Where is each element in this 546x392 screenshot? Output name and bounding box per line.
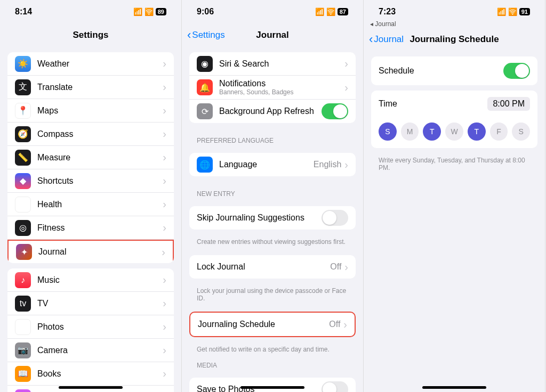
row-measure[interactable]: 📏Measure› xyxy=(7,146,174,169)
chevron-right-icon: › xyxy=(163,274,166,286)
section-new-entry: NEW ENTRY xyxy=(182,182,363,201)
row-journaling-schedule[interactable]: Journaling Schedule Off › xyxy=(190,313,355,336)
row-music[interactable]: ♪Music› xyxy=(7,268,174,292)
row-label: Time xyxy=(379,99,397,109)
cellular-icon: 📶 xyxy=(315,7,324,16)
chevron-right-icon: › xyxy=(163,368,166,380)
row-label: Weather xyxy=(37,59,163,69)
screen-journal-settings: 9:06 📶 🛜 87 ‹ Settings Journal ◉ Siri & … xyxy=(182,0,364,392)
row-journal[interactable]: ✦Journal› xyxy=(7,240,174,263)
row-siri[interactable]: ◉ Siri & Search › xyxy=(189,52,356,76)
footer-schedule-summary: Write every Sunday, Tuesday, and Thursda… xyxy=(364,153,545,172)
row-tv[interactable]: tvTV› xyxy=(7,292,174,315)
back-button[interactable]: ‹ Journal xyxy=(369,34,404,45)
row-schedule-toggle[interactable]: Schedule xyxy=(371,56,537,85)
wifi-icon: 🛜 xyxy=(144,7,154,16)
screen-settings: 8:14 📶 🛜 89 Settings ☀️Weather›文Translat… xyxy=(0,0,182,392)
journal-settings-list[interactable]: ◉ Siri & Search › 🔔 Notifications Banner… xyxy=(182,47,363,392)
row-label: Shortcuts xyxy=(37,176,163,186)
chevron-right-icon: › xyxy=(163,128,166,140)
row-maps[interactable]: 📍Maps› xyxy=(7,99,174,123)
cellular-icon: 📶 xyxy=(497,7,506,16)
row-weather[interactable]: ☀️Weather› xyxy=(7,52,174,76)
row-label: Lock Journal xyxy=(197,262,330,272)
row-lock-journal[interactable]: Lock Journal Off › xyxy=(189,255,356,279)
row-label: Photos xyxy=(37,322,163,332)
nav-bar: ‹ Settings Journal xyxy=(182,23,363,47)
home-indicator[interactable] xyxy=(422,386,486,389)
home-indicator[interactable] xyxy=(59,386,123,389)
chevron-right-icon: › xyxy=(163,321,166,333)
row-translate[interactable]: 文Translate› xyxy=(7,76,174,99)
footer-schedule: Get notified to write on a specific day … xyxy=(182,342,363,353)
row-notifications[interactable]: 🔔 Notifications Banners, Sounds, Badges … xyxy=(189,76,356,100)
chevron-right-icon: › xyxy=(344,58,348,70)
health-icon: ♥ xyxy=(15,197,31,213)
status-bar: 9:06 📶 🛜 87 xyxy=(182,0,363,23)
row-language[interactable]: 🌐 Language English › xyxy=(189,153,356,176)
row-label: Fitness xyxy=(37,223,163,233)
row-sublabel: Banners, Sounds, Badges xyxy=(219,88,344,96)
journal-icon: ✦ xyxy=(16,244,32,260)
back-button[interactable]: ‹ Settings xyxy=(187,29,225,41)
nav-bar: ‹ Journal Journaling Schedule xyxy=(364,28,545,51)
row-label: Skip Journaling Suggestions xyxy=(197,213,322,223)
breadcrumb[interactable]: ◂ Journal xyxy=(364,20,545,28)
row-label: Camera xyxy=(37,346,163,355)
toggle-background-refresh[interactable] xyxy=(322,103,348,119)
footer-lock: Lock your journal using the device passc… xyxy=(182,284,363,302)
status-indicators: 📶 🛜 91 xyxy=(497,7,530,16)
music-icon: ♪ xyxy=(15,272,31,288)
chevron-right-icon: › xyxy=(344,81,348,94)
row-save-to-photos[interactable]: Save to Photos xyxy=(189,378,356,392)
footer-skip: Create new entries without viewing sugge… xyxy=(182,235,363,246)
day-4[interactable]: T xyxy=(468,123,486,141)
row-health[interactable]: ♥Health› xyxy=(7,193,174,216)
day-3[interactable]: W xyxy=(445,123,463,141)
schedule-content[interactable]: Schedule Time 8:00 PM SMTWTFS Write ever… xyxy=(364,51,545,392)
chevron-right-icon: › xyxy=(343,318,347,331)
screen-journaling-schedule: 7:23 📶 🛜 91 ◂ Journal ‹ Journal Journali… xyxy=(364,0,545,392)
row-shortcuts[interactable]: ◆Shortcuts› xyxy=(7,169,174,193)
row-label: Background App Refresh xyxy=(219,107,322,116)
row-skip-suggestions[interactable]: Skip Journaling Suggestions xyxy=(189,206,356,230)
toggle-schedule[interactable] xyxy=(503,63,530,79)
compass-icon: 🧭 xyxy=(15,126,31,142)
day-6[interactable]: S xyxy=(512,123,530,141)
measure-icon: 📏 xyxy=(15,150,31,166)
row-photos[interactable]: ❋Photos› xyxy=(7,315,174,339)
siri-icon: ◉ xyxy=(197,56,213,72)
chevron-right-icon: › xyxy=(162,246,165,258)
toggle-skip-suggestions[interactable] xyxy=(322,210,348,226)
shortcuts-icon: ◆ xyxy=(15,173,31,189)
row-time[interactable]: Time 8:00 PM xyxy=(371,91,537,117)
row-compass[interactable]: 🧭Compass› xyxy=(7,123,174,146)
status-indicators: 📶 🛜 87 xyxy=(315,7,348,16)
refresh-icon: ⟳ xyxy=(197,103,213,119)
back-label: Settings xyxy=(192,30,224,40)
row-background-refresh[interactable]: ⟳ Background App Refresh xyxy=(189,100,356,123)
home-indicator[interactable] xyxy=(240,386,304,389)
weather-icon: ☀️ xyxy=(15,56,31,72)
wifi-icon: 🛜 xyxy=(508,7,517,16)
day-5[interactable]: F xyxy=(490,123,508,141)
row-camera[interactable]: 📷Camera› xyxy=(7,339,174,362)
row-value: Off xyxy=(330,262,341,272)
toggle-save-to-photos[interactable] xyxy=(322,381,348,392)
maps-icon: 📍 xyxy=(15,103,31,119)
chevron-right-icon: › xyxy=(163,58,166,70)
row-books[interactable]: 📖Books› xyxy=(7,362,174,386)
settings-list[interactable]: ☀️Weather›文Translate›📍Maps›🧭Compass›📏Mea… xyxy=(0,47,181,392)
notifications-icon: 🔔 xyxy=(197,79,213,95)
day-1[interactable]: M xyxy=(401,123,419,141)
day-2[interactable]: T xyxy=(423,123,441,141)
section-media: MEDIA xyxy=(182,353,363,372)
wifi-icon: 🛜 xyxy=(326,7,335,16)
time-value[interactable]: 8:00 PM xyxy=(487,97,530,111)
day-0[interactable]: S xyxy=(379,123,397,141)
page-title: Settings xyxy=(73,30,108,40)
row-label: Schedule xyxy=(379,66,414,76)
row-label: TV xyxy=(37,299,163,308)
chevron-left-icon: ‹ xyxy=(369,34,373,45)
row-fitness[interactable]: ◎Fitness› xyxy=(7,216,174,240)
